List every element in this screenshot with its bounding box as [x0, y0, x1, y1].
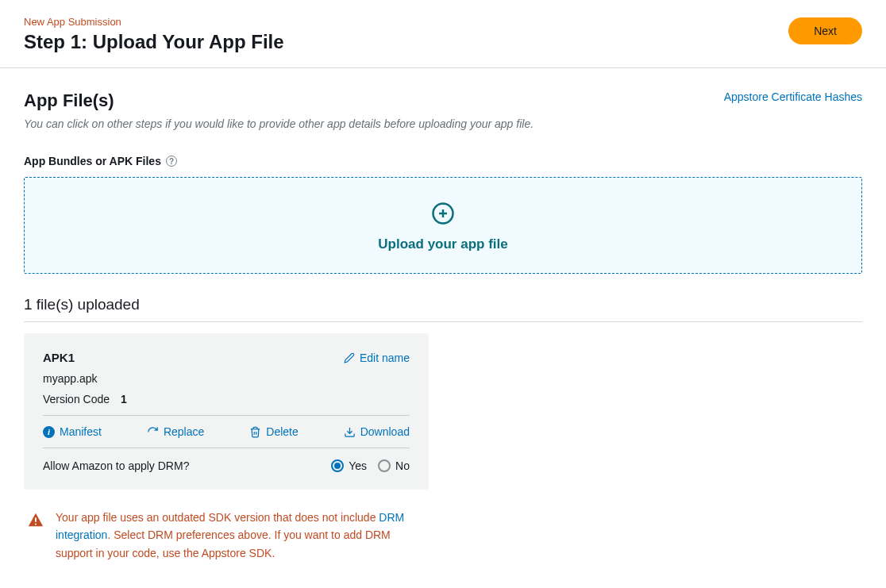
- replace-action[interactable]: Replace: [147, 425, 204, 438]
- drm-radio-yes[interactable]: Yes: [331, 459, 367, 472]
- section-title: App File(s): [24, 90, 114, 111]
- help-icon[interactable]: ?: [166, 156, 177, 167]
- next-button[interactable]: Next: [788, 17, 862, 44]
- pencil-icon: [344, 352, 355, 363]
- drm-row: Allow Amazon to apply DRM? Yes No: [43, 448, 410, 472]
- page-header: New App Submission Step 1: Upload Your A…: [0, 0, 886, 68]
- apk-name: APK1: [43, 351, 75, 364]
- warning-text-before: Your app file uses an outdated SDK versi…: [56, 511, 379, 524]
- radio-icon-unchecked: [378, 459, 391, 472]
- edit-name-text: Edit name: [360, 352, 410, 364]
- upload-dropzone[interactable]: Upload your app file: [24, 177, 862, 274]
- svg-rect-4: [35, 517, 37, 522]
- drm-radio-group: Yes No: [331, 459, 410, 472]
- warning-box: Your app file uses an outdated SDK versi…: [24, 502, 429, 568]
- drm-no-label: No: [395, 459, 410, 472]
- trash-icon: [249, 426, 261, 438]
- bundle-label-text: App Bundles or APK Files: [24, 155, 161, 167]
- download-action[interactable]: Download: [344, 425, 410, 438]
- warning-triangle-icon: [27, 512, 44, 529]
- replace-label: Replace: [164, 425, 204, 438]
- section-subtitle: You can click on other steps if you woul…: [24, 117, 862, 130]
- bundle-field-label: App Bundles or APK Files ?: [24, 155, 177, 167]
- delete-action[interactable]: Delete: [249, 425, 298, 438]
- breadcrumb[interactable]: New App Submission: [24, 16, 284, 28]
- download-label: Download: [360, 425, 410, 438]
- file-filename: myapp.apk: [43, 372, 410, 385]
- file-card-header: APK1 Edit name: [43, 351, 410, 364]
- delete-label: Delete: [266, 425, 298, 438]
- page-title: Step 1: Upload Your App File: [24, 31, 284, 53]
- plus-circle-icon: [431, 202, 455, 225]
- drm-radio-no[interactable]: No: [378, 459, 410, 472]
- drm-yes-label: Yes: [349, 459, 367, 472]
- file-card: APK1 Edit name myapp.apk Version Code 1 …: [24, 333, 429, 490]
- cert-hashes-link[interactable]: Appstore Certificate Hashes: [724, 90, 862, 103]
- version-value: 1: [121, 393, 127, 405]
- manifest-action[interactable]: i Manifest: [43, 425, 102, 438]
- header-left: New App Submission Step 1: Upload Your A…: [24, 16, 284, 53]
- drm-question: Allow Amazon to apply DRM?: [43, 459, 189, 472]
- radio-icon-checked: [331, 459, 344, 472]
- section-header: App File(s) Appstore Certificate Hashes: [24, 90, 862, 111]
- info-icon: i: [43, 426, 55, 438]
- download-icon: [344, 426, 356, 438]
- file-actions-row: i Manifest Replace Delete: [43, 416, 410, 448]
- files-uploaded-count: 1 file(s) uploaded: [24, 296, 862, 322]
- version-row: Version Code 1: [43, 393, 410, 416]
- edit-name-link[interactable]: Edit name: [344, 352, 410, 364]
- warning-text: Your app file uses an outdated SDK versi…: [56, 509, 426, 562]
- upload-text: Upload your app file: [378, 236, 507, 252]
- refresh-icon: [147, 426, 159, 438]
- version-label: Version Code: [43, 393, 110, 405]
- svg-rect-5: [35, 524, 37, 525]
- manifest-label: Manifest: [60, 425, 102, 438]
- content: App File(s) Appstore Certificate Hashes …: [0, 68, 886, 588]
